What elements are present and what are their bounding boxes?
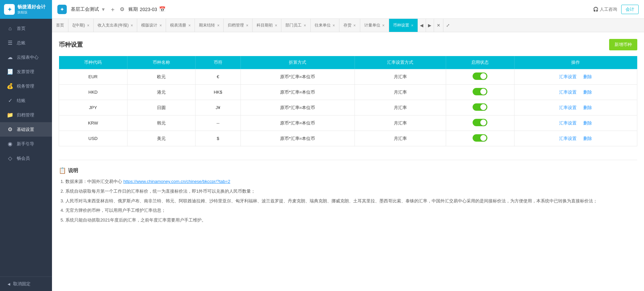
sidebar-label-ledger: 总账 bbox=[17, 40, 25, 46]
table-cell: KRW bbox=[59, 115, 127, 131]
sidebar-item-invoice[interactable]: 🧾 发票管理 bbox=[0, 64, 52, 79]
action-cell: 汇率设置 删除 bbox=[514, 69, 637, 85]
tab-period_end[interactable]: 期末结转 × bbox=[195, 19, 224, 32]
tab-close-balance[interactable]: × bbox=[87, 23, 89, 28]
tab-label-income: 收入支出表(年报) bbox=[98, 22, 128, 28]
table-cell: 原币*汇率=本位币 bbox=[240, 131, 355, 146]
tab-prev-btn[interactable]: ◀ bbox=[418, 19, 426, 32]
rate-setting-btn-JPY[interactable]: 汇率设置 bbox=[559, 105, 577, 110]
tab-close-template[interactable]: × bbox=[159, 23, 162, 28]
sidebar-label-invoice: 发票管理 bbox=[17, 69, 34, 75]
headset-icon: 🎧 bbox=[593, 7, 598, 12]
delete-btn-USD[interactable]: 删除 bbox=[583, 136, 592, 141]
tab-label-balance: ξ(中期) bbox=[72, 22, 85, 28]
sidebar-item-member[interactable]: ◇ 畅会员 bbox=[0, 151, 52, 165]
service-label: 人工咨询 bbox=[600, 6, 617, 12]
header-period: 账期 2023-03 📅 bbox=[128, 6, 166, 12]
toggle-JPY[interactable] bbox=[473, 103, 487, 111]
table-header-cell: 币种名称 bbox=[127, 56, 196, 69]
tab-currency[interactable]: 币种设置 × bbox=[389, 19, 418, 32]
tab-label-subjects: 科目期初 bbox=[257, 22, 273, 28]
sidebar-label-reports: 云报表中心 bbox=[17, 54, 39, 60]
sidebar-icon-settings: ⚙ bbox=[7, 126, 13, 133]
tab-close-currency[interactable]: × bbox=[411, 23, 414, 28]
sidebar-icon-guide: ◉ bbox=[7, 141, 13, 147]
sidebar-item-settings[interactable]: ⚙ 基础设置 bbox=[0, 122, 52, 137]
logo-subtitle: 旗舰版 bbox=[17, 10, 46, 15]
tab-label-home: 首页 bbox=[56, 22, 64, 28]
tab-archives[interactable]: 归档管理 × bbox=[224, 19, 253, 32]
table-cell: -- bbox=[196, 115, 241, 131]
tab-close-subjects[interactable]: × bbox=[275, 23, 277, 28]
main: ✦ 基层工会测试 ▼ ＋ ⚙ 账期 2023-03 📅 🎧 人工咨询 会计 首页… bbox=[52, 0, 644, 291]
sidebar-item-tax[interactable]: 💰 税务管理 bbox=[0, 79, 52, 93]
sidebar-label-settings: 基础设置 bbox=[17, 127, 34, 133]
tab-close-measure[interactable]: × bbox=[382, 23, 385, 28]
tab-employees[interactable]: 部门员工 × bbox=[281, 19, 310, 32]
delete-btn-KRW[interactable]: 删除 bbox=[583, 120, 592, 126]
tab-inventory[interactable]: 存货 × bbox=[339, 19, 360, 32]
sidebar-item-checkout[interactable]: ✓ 结账 bbox=[0, 93, 52, 108]
sidebar-nav: ⌂ 首页☰ 总账☁ 云报表中心🧾 发票管理💰 税务管理✓ 结账📁 归档管理⚙ 基… bbox=[0, 19, 52, 277]
logo-title: 畅捷通好会计 bbox=[17, 4, 46, 10]
tab-close-archives[interactable]: × bbox=[246, 23, 248, 28]
tab-subjects[interactable]: 科目期初 × bbox=[253, 19, 281, 32]
table-header-cell: 折算方式 bbox=[240, 56, 355, 69]
tab-close-all-btn[interactable]: ✕ bbox=[434, 19, 443, 32]
rate-setting-btn-EUR[interactable]: 汇率设置 bbox=[559, 74, 577, 79]
service-btn[interactable]: 🎧 人工咨询 bbox=[593, 6, 617, 12]
toggle-cell bbox=[446, 85, 515, 100]
tab-close-taxclear[interactable]: × bbox=[188, 23, 191, 28]
tab-taxclear[interactable]: 税表清册 × bbox=[166, 19, 195, 32]
new-currency-btn[interactable]: 新增币种 bbox=[609, 39, 637, 50]
delete-btn-EUR[interactable]: 删除 bbox=[583, 74, 592, 79]
sidebar-item-archive[interactable]: 📁 归档管理 bbox=[0, 108, 52, 122]
company-dropdown-icon[interactable]: ▼ bbox=[101, 7, 106, 12]
tab-close-period_end[interactable]: × bbox=[217, 23, 219, 28]
table-cell: 欧元 bbox=[127, 69, 196, 85]
tab-units[interactable]: 往来单位 × bbox=[311, 19, 339, 32]
tab-close-employees[interactable]: × bbox=[304, 23, 306, 28]
tab-template[interactable]: 模版设计 × bbox=[137, 19, 166, 32]
sidebar-footer[interactable]: ◄ 取消固定 bbox=[0, 277, 52, 291]
rate-setting-btn-HKD[interactable]: 汇率设置 bbox=[559, 90, 577, 95]
toggle-HKD[interactable] bbox=[473, 88, 487, 95]
sidebar-item-reports[interactable]: ☁ 云报表中心 bbox=[0, 50, 52, 64]
add-tab-btn[interactable]: ＋ bbox=[110, 5, 116, 13]
sidebar-label-archive: 归档管理 bbox=[17, 112, 34, 118]
rate-setting-btn-USD[interactable]: 汇率设置 bbox=[559, 136, 577, 141]
delete-btn-JPY[interactable]: 删除 bbox=[583, 105, 592, 110]
logo: ✦ 畅捷通好会计 旗舰版 bbox=[0, 0, 52, 19]
notes-item: 系统只能自动抓取2021年度后的汇率，之前年度汇率需要用户手工维护。 bbox=[65, 217, 637, 224]
tab-expand-btn[interactable]: ⤢ bbox=[443, 19, 453, 32]
rate-setting-btn-KRW[interactable]: 汇率设置 bbox=[559, 120, 577, 126]
table-head: 币种代码币种名称币符折算方式汇率设置方式启用状态操作 bbox=[59, 56, 637, 69]
table-header-cell: 汇率设置方式 bbox=[355, 56, 446, 69]
notes-link[interactable]: https://www.chinamoney.com.cn/chinese/bk… bbox=[123, 179, 230, 184]
table-cell: EUR bbox=[59, 69, 127, 85]
sidebar-icon-ledger: ☰ bbox=[7, 40, 13, 46]
delete-btn-HKD[interactable]: 删除 bbox=[583, 90, 592, 95]
tab-next-btn[interactable]: ▶ bbox=[426, 19, 434, 32]
sidebar-item-ledger[interactable]: ☰ 总账 bbox=[0, 36, 52, 50]
toggle-EUR[interactable] bbox=[473, 72, 487, 80]
page-title: 币种设置 bbox=[59, 41, 83, 49]
notes-title: 📋 说明 bbox=[59, 167, 637, 174]
tab-close-income[interactable]: × bbox=[130, 23, 133, 28]
toggle-KRW[interactable] bbox=[473, 119, 487, 126]
tab-home[interactable]: 首页 bbox=[52, 19, 68, 32]
tab-close-units[interactable]: × bbox=[333, 23, 335, 28]
sidebar-item-home[interactable]: ⌂ 首页 bbox=[0, 21, 52, 36]
calendar-icon[interactable]: 📅 bbox=[159, 6, 166, 12]
tab-measure[interactable]: 计量单位 × bbox=[360, 19, 389, 32]
settings-icon[interactable]: ⚙ bbox=[120, 6, 124, 12]
notes-item: 无官方牌价的币种，可以用用户手工维护汇率信息； bbox=[65, 207, 637, 214]
toggle-USD[interactable] bbox=[473, 134, 487, 142]
tab-balance[interactable]: ξ(中期) × bbox=[68, 19, 94, 32]
tab-label-taxclear: 税表清册 bbox=[170, 22, 186, 28]
logo-text: 畅捷通好会计 旗舰版 bbox=[17, 4, 46, 15]
sidebar-item-guide[interactable]: ◉ 新手引导 bbox=[0, 137, 52, 151]
user-btn[interactable]: 会计 bbox=[621, 5, 639, 14]
tab-close-inventory[interactable]: × bbox=[354, 23, 356, 28]
tab-income[interactable]: 收入支出表(年报) × bbox=[94, 19, 137, 32]
